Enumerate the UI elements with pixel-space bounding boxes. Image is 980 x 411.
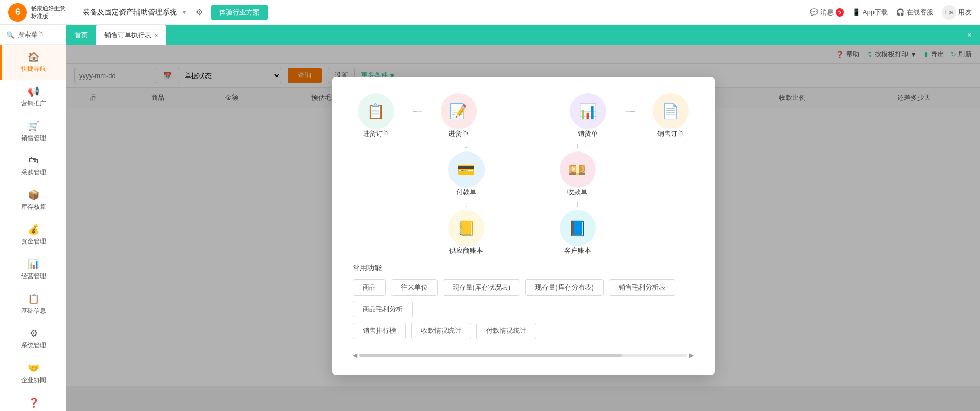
enterprise-icon: 🤝	[28, 362, 39, 374]
system-name: 装备及固定资产辅助管理系统 ▼ ⚙ 体验行业方案	[83, 5, 810, 20]
scrollbar-thumb	[359, 354, 622, 357]
flow-item-purchase-receipt[interactable]: 📝 进货单	[441, 93, 477, 139]
tab-home[interactable]: 首页	[66, 25, 96, 45]
scroll-left-arrow[interactable]: ◀	[353, 352, 357, 359]
flow-item-supplier-account[interactable]: 📒 供应商账本	[448, 210, 485, 255]
sales-order-doc-label: 销售订单	[657, 129, 684, 139]
logo-text: 畅康通好生意 标准版	[31, 5, 65, 20]
flow-item-payment[interactable]: 💳 付款单	[448, 151, 485, 197]
message-badge: 5	[836, 8, 844, 17]
modal-scrollbar: ◀ ▶	[353, 347, 694, 359]
online-service-item[interactable]: 🎧 在线客服	[896, 8, 933, 17]
system-icon: ⚙	[29, 328, 38, 339]
sidebar-item-base-info[interactable]: 📋 基础信息	[0, 287, 66, 322]
headset-icon: 🎧	[896, 8, 904, 16]
tab-bar: 首页 销售订单执行表 × ×	[66, 25, 980, 45]
sidebar-item-new-guide[interactable]: ❓ 新手引导	[0, 391, 66, 411]
tab-bar-close[interactable]: ×	[967, 31, 972, 40]
user-item[interactable]: Ea 用友	[942, 5, 972, 20]
finance-icon: 💰	[28, 224, 39, 235]
receipt-label: 收款单	[567, 188, 587, 197]
payment-icon: 💳	[448, 151, 485, 188]
sidebar-item-marketing[interactable]: 📢 营销推广	[0, 80, 66, 114]
supplier-account-icon: 📒	[448, 210, 485, 246]
experience-button[interactable]: 体验行业方案	[211, 5, 268, 20]
sidebar: 🔍 搜索菜单 🏠 快捷导航 📢 营销推广 🛒 销售管理 🛍 采购管理 📦	[0, 25, 66, 411]
marketing-icon: 📢	[28, 86, 39, 97]
inventory-icon: 📦	[28, 189, 39, 201]
func-btn-partner[interactable]: 往来单位	[391, 279, 438, 296]
func-btn-sales-ranking[interactable]: 销售排行榜	[353, 323, 406, 339]
purchase-receipt-label: 进货单	[448, 129, 469, 139]
supplier-account-label: 供应商账本	[449, 246, 483, 255]
customer-account-label: 客户账本	[564, 246, 591, 255]
tab-sales-order[interactable]: 销售订单执行表 ×	[96, 25, 166, 45]
search-icon: 🔍	[6, 31, 14, 39]
sidebar-item-finance[interactable]: 💰 资金管理	[0, 218, 66, 252]
flow-item-sales-order-doc[interactable]: 📄 销售订单	[653, 93, 689, 139]
func-btn-product[interactable]: 商品	[353, 279, 386, 296]
system-title: 装备及固定资产辅助管理系统	[83, 8, 177, 17]
new-guide-icon: ❓	[28, 397, 39, 408]
func-btn-receipt-stats[interactable]: 收款情况统计	[411, 323, 471, 339]
func-btn-product-margin[interactable]: 商品毛利分析	[353, 301, 413, 317]
sales-order-doc-icon: 📄	[653, 93, 689, 129]
customer-account-icon: 📘	[560, 210, 596, 246]
sidebar-item-enterprise[interactable]: 🤝 企业协同	[0, 356, 66, 391]
func-btn-payment-stats[interactable]: 付款情况统计	[476, 323, 536, 339]
flow-item-receipt[interactable]: 💴 收款单	[560, 151, 596, 197]
func-btn-stock-status[interactable]: 现存量(库存状况表)	[443, 279, 521, 296]
page-content: ❓ 帮助 🖨 按模板打印 ▼ ⬆ 导出 ↻ 刷新	[66, 45, 980, 411]
system-dropdown-arrow[interactable]: ▼	[181, 9, 187, 16]
logo-icon: 6	[8, 3, 27, 22]
message-icon: 💬	[810, 8, 818, 16]
gear-button[interactable]: ⚙	[195, 7, 203, 17]
receipt-icon: 💴	[560, 151, 596, 188]
common-functions: 常用功能 商品 往来单位 现存量(库存状况表) 现存量(库存分布表) 销售毛利分…	[353, 264, 694, 339]
scrollbar-track[interactable]	[359, 354, 687, 357]
scroll-right-arrow[interactable]: ▶	[689, 352, 694, 359]
purchase-receipt-icon: 📝	[441, 93, 477, 129]
tab-close-icon[interactable]: ×	[155, 32, 158, 38]
func-btn-sales-margin[interactable]: 销售毛利分析表	[609, 279, 675, 296]
flow-item-purchase-order[interactable]: 📋 进货订单	[358, 93, 394, 139]
sidebar-item-quick-nav[interactable]: 🏠 快捷导航	[0, 45, 66, 80]
purchase-order-icon: 📋	[358, 93, 394, 129]
message-item[interactable]: 💬 消息 5	[810, 8, 844, 17]
modal-overlay: 📋 进货订单 - - - - → 📝 进货单	[66, 45, 980, 411]
func-buttons-row2: 销售排行榜 收款情况统计 付款情况统计	[353, 323, 694, 339]
sidebar-item-system[interactable]: ⚙ 系统管理	[0, 322, 66, 356]
content-area: 首页 销售订单执行表 × × ❓ 帮助 🖨 按	[66, 25, 980, 411]
sidebar-item-operations[interactable]: 📊 经营管理	[0, 252, 66, 287]
top-right-actions: 💬 消息 5 📱 App下载 🎧 在线客服 Ea 用友	[810, 5, 972, 20]
base-info-icon: 📋	[28, 293, 39, 305]
common-funcs-title: 常用功能	[353, 264, 694, 273]
flow-item-customer-account[interactable]: 📘 客户账本	[560, 210, 596, 255]
purchase-icon: 🛍	[29, 155, 38, 166]
payment-label: 付款单	[456, 188, 476, 197]
phone-icon: 📱	[852, 8, 861, 16]
top-bar: 6 畅康通好生意 标准版 装备及固定资产辅助管理系统 ▼ ⚙ 体验行业方案 💬 …	[0, 0, 980, 25]
func-btn-stock-dist[interactable]: 现存量(库存分布表)	[525, 279, 604, 296]
func-buttons-row1: 商品 往来单位 现存量(库存状况表) 现存量(库存分布表) 销售毛利分析表 商品…	[353, 279, 694, 317]
home-icon: 🏠	[28, 51, 39, 63]
sales-order-node-label: 销货单	[578, 129, 598, 139]
purchase-order-label: 进货订单	[363, 129, 389, 139]
app-download-item[interactable]: 📱 App下载	[852, 8, 888, 17]
sidebar-item-purchase[interactable]: 🛍 采购管理	[0, 149, 66, 183]
sidebar-item-inventory[interactable]: 📦 库存核算	[0, 183, 66, 218]
logo-area: 6 畅康通好生意 标准版	[8, 3, 74, 22]
sidebar-item-sales[interactable]: 🛒 销售管理	[0, 114, 66, 149]
flow-item-sales-order-node[interactable]: 📊 销货单	[570, 93, 606, 139]
sales-icon: 🛒	[28, 120, 39, 132]
sales-order-node-icon: 📊	[570, 93, 606, 129]
sidebar-search[interactable]: 🔍 搜索菜单	[0, 25, 66, 45]
avatar: Ea	[942, 5, 956, 20]
operations-icon: 📊	[28, 258, 39, 270]
modal-box: 📋 进货订单 - - - - → 📝 进货单	[332, 77, 715, 375]
